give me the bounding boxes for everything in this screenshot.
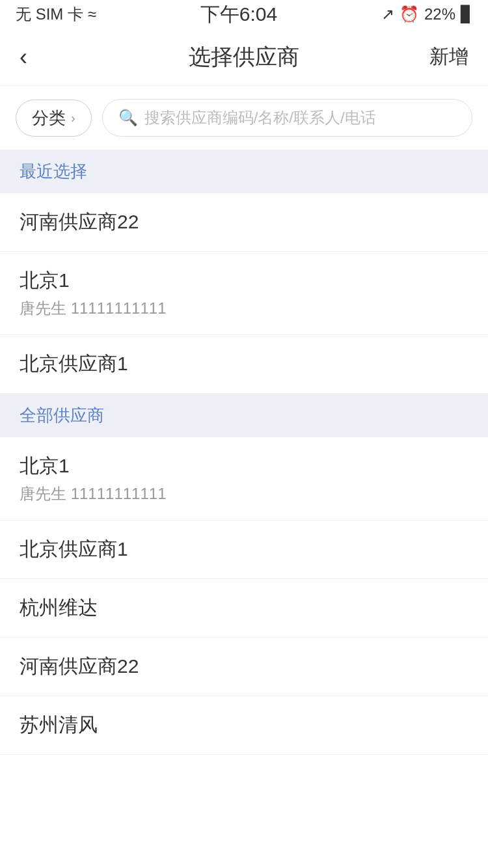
item-name: 北京1: [20, 453, 468, 480]
list-item[interactable]: 河南供应商22: [0, 193, 488, 252]
status-left: 无 SIM 卡 ≈: [16, 4, 96, 25]
item-sub: 唐先生 11111111111: [20, 483, 468, 504]
location-icon: ↗: [381, 5, 394, 23]
list-item[interactable]: 苏州清风: [0, 696, 488, 755]
page-title: 选择供应商: [189, 42, 299, 72]
item-name: 苏州清风: [20, 712, 468, 739]
alarm-icon: ⏰: [400, 5, 419, 23]
item-name: 北京1: [20, 267, 468, 294]
chevron-right-icon: ›: [71, 111, 75, 126]
status-time: 下午6:04: [200, 1, 277, 28]
list-item[interactable]: 北京供应商1: [0, 335, 488, 394]
list-item[interactable]: 北京供应商1: [0, 521, 488, 579]
status-bar: 无 SIM 卡 ≈ 下午6:04 ↗ ⏰ 22% ▊: [0, 0, 488, 29]
search-box[interactable]: 🔍 搜索供应商编码/名称/联系人/电话: [102, 99, 472, 137]
item-name: 河南供应商22: [20, 653, 468, 680]
battery-icon: ▊: [461, 5, 472, 23]
back-button[interactable]: ‹: [20, 44, 59, 71]
category-button[interactable]: 分类 ›: [16, 100, 92, 137]
status-right: ↗ ⏰ 22% ▊: [381, 5, 472, 23]
item-name: 河南供应商22: [20, 209, 468, 236]
battery-level: 22%: [424, 5, 455, 23]
all-section-header: 全部供应商: [0, 394, 488, 437]
list-item[interactable]: 河南供应商22: [0, 638, 488, 696]
search-placeholder: 搜索供应商编码/名称/联系人/电话: [144, 107, 376, 128]
nav-bar: ‹ 选择供应商 新增: [0, 29, 488, 86]
item-name: 杭州维达: [20, 595, 468, 621]
item-sub: 唐先生 11111111111: [20, 298, 468, 319]
recent-section-header: 最近选择: [0, 150, 488, 193]
category-label: 分类: [32, 107, 66, 129]
list-item[interactable]: 北京1 唐先生 11111111111: [0, 437, 488, 521]
filter-bar: 分类 › 🔍 搜索供应商编码/名称/联系人/电话: [0, 86, 488, 150]
item-name: 北京供应商1: [20, 536, 468, 563]
sim-status: 无 SIM 卡 ≈: [16, 4, 96, 25]
item-name: 北京供应商1: [20, 351, 468, 377]
list-item[interactable]: 北京1 唐先生 11111111111: [0, 252, 488, 335]
search-icon: 🔍: [118, 109, 138, 127]
list-item[interactable]: 杭州维达: [0, 579, 488, 638]
add-button[interactable]: 新增: [429, 44, 468, 70]
